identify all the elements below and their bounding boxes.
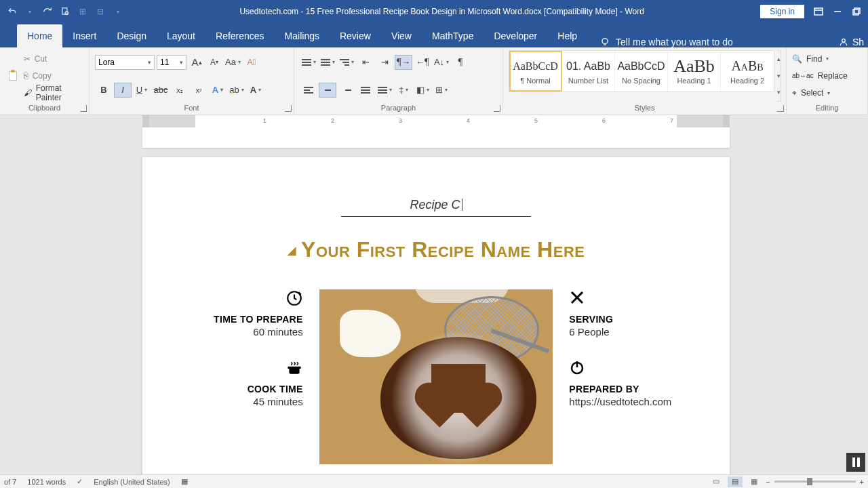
italic-button[interactable]: I <box>114 83 132 98</box>
undo-icon[interactable] <box>7 6 18 17</box>
zoom-slider[interactable] <box>774 481 856 483</box>
tab-mailings[interactable]: Mailings <box>275 24 330 47</box>
rtl-button[interactable]: ←¶ <box>414 55 431 70</box>
tab-references[interactable]: References <box>205 24 275 47</box>
line-spacing-button[interactable]: ‡ <box>395 83 412 98</box>
justify-button[interactable] <box>357 83 374 98</box>
style-no-spacing[interactable]: AaBbCcDNo Spacing <box>615 51 668 92</box>
ruler[interactable]: 1234567 <box>0 115 868 127</box>
underline-button[interactable]: U <box>133 83 151 98</box>
serving-label[interactable]: SERVING <box>569 314 675 325</box>
increase-indent-button[interactable]: ⇥ <box>376 55 393 70</box>
distributed-button[interactable] <box>376 83 393 98</box>
recipe-image[interactable] <box>319 289 553 464</box>
read-mode-button[interactable]: ▭ <box>709 476 724 487</box>
tab-review[interactable]: Review <box>330 24 381 47</box>
recipe-title[interactable]: ◢Your First Recipe Name Here <box>197 237 675 262</box>
bold-button[interactable]: B <box>95 83 113 98</box>
align-center-button[interactable] <box>319 83 336 98</box>
shading-button[interactable]: ◧ <box>414 83 431 98</box>
highlight-button[interactable]: ab <box>228 83 245 98</box>
zoom-in-button[interactable]: + <box>860 478 864 486</box>
tab-mathtype[interactable]: MathType <box>422 24 484 47</box>
select-button[interactable]: ⌖Select▾ <box>792 85 848 101</box>
qat-more-icon[interactable]: ▾ <box>113 6 123 17</box>
prep-time-label[interactable]: TIME TO PREPARE <box>197 314 303 325</box>
sign-in-button[interactable]: Sign in <box>760 5 804 18</box>
prepared-by-label[interactable]: PREPARED BY <box>569 384 675 394</box>
print-preview-icon[interactable] <box>60 6 71 17</box>
style-normal[interactable]: AaBbCcD¶ Normal <box>509 51 562 92</box>
font-launcher-icon[interactable] <box>285 105 292 112</box>
minimize-icon[interactable] <box>833 7 842 16</box>
find-button[interactable]: 🔍Find▾ <box>792 51 848 67</box>
tab-layout[interactable]: Layout <box>157 24 205 47</box>
change-case-button[interactable]: Aa <box>224 55 241 70</box>
numbering-button[interactable] <box>319 55 336 70</box>
replace-button[interactable]: ab↔acReplace <box>792 68 848 84</box>
tab-developer[interactable]: Developer <box>484 24 547 47</box>
align-left-button[interactable] <box>300 83 317 98</box>
qat-icon-2[interactable]: ⊟ <box>95 6 106 17</box>
tab-help[interactable]: Help <box>547 24 587 47</box>
show-marks-button[interactable]: ¶ <box>452 55 469 70</box>
sort-button[interactable]: A↓ <box>433 55 450 70</box>
multilevel-button[interactable] <box>338 55 355 70</box>
tab-design[interactable]: Design <box>106 24 157 47</box>
collapse-marker-icon[interactable]: ◢ <box>288 245 296 256</box>
tab-insert[interactable]: Insert <box>62 24 106 47</box>
ltr-button[interactable]: ¶→ <box>395 55 412 70</box>
macro-icon[interactable]: ▦ <box>181 477 188 486</box>
paste-button[interactable] <box>5 50 21 102</box>
tab-home[interactable]: Home <box>17 24 62 47</box>
format-painter-button[interactable]: 🖌Format Painter <box>24 85 83 101</box>
language-indicator[interactable]: English (United States) <box>94 478 170 486</box>
paragraph-launcher-icon[interactable] <box>494 105 500 112</box>
superscript-button[interactable]: x <box>190 83 208 98</box>
styles-launcher-icon[interactable] <box>777 105 784 112</box>
recipe-category[interactable]: Recipe C <box>197 198 675 212</box>
align-right-button[interactable] <box>338 83 355 98</box>
page[interactable]: Recipe C ◢Your First Recipe Name Here TI… <box>142 157 730 474</box>
web-layout-button[interactable]: ▦ <box>747 476 762 487</box>
print-layout-button[interactable]: ▤ <box>728 476 743 487</box>
share-icon[interactable] <box>839 37 848 47</box>
cut-button[interactable]: ✂Cut <box>24 51 83 67</box>
bullets-button[interactable] <box>300 55 317 70</box>
font-size-select[interactable]: 11▾ <box>157 55 186 70</box>
spellcheck-icon[interactable]: ✓ <box>77 477 83 486</box>
style-heading-1[interactable]: AaBbHeading 1 <box>668 51 721 92</box>
word-count[interactable]: 1021 words <box>27 478 66 486</box>
prepared-by-value[interactable]: https://usedtotech.com <box>569 396 675 407</box>
clipboard-launcher-icon[interactable] <box>80 105 87 112</box>
document-area[interactable]: Recipe C ◢Your First Recipe Name Here TI… <box>0 127 868 474</box>
text-effects-button[interactable]: A <box>209 83 226 98</box>
borders-button[interactable]: ⊞ <box>433 83 450 98</box>
strikethrough-button[interactable]: abc <box>152 83 170 98</box>
cook-time-value[interactable]: 45 minutes <box>197 396 303 407</box>
ribbon-options-icon[interactable] <box>814 7 823 16</box>
style-heading-2[interactable]: AaBbHeading 2 <box>721 51 774 92</box>
cook-time-label[interactable]: COOK TIME <box>197 384 303 394</box>
prep-time-value[interactable]: 60 minutes <box>197 326 303 338</box>
styles-scroll[interactable]: ▴▾▾ <box>777 50 781 102</box>
qat-icon[interactable]: ⊞ <box>77 6 88 17</box>
subscript-button[interactable]: x <box>171 83 189 98</box>
clear-formatting-button[interactable]: A⃠ <box>244 55 259 70</box>
styles-gallery[interactable]: AaBbCcD¶ Normal 01. AaBbNumber List AaBb… <box>509 50 774 92</box>
copy-button[interactable]: ⎘Copy <box>24 68 83 84</box>
decrease-indent-button[interactable]: ⇤ <box>357 55 374 70</box>
tab-view[interactable]: View <box>381 24 422 47</box>
font-color-button[interactable]: A <box>247 83 264 98</box>
tell-me-search[interactable]: Tell me what you want to do <box>599 37 733 47</box>
grow-font-button[interactable]: A▴ <box>189 55 204 70</box>
undo-more-icon[interactable]: ▾ <box>24 6 35 17</box>
share-label[interactable]: Sh <box>852 37 864 47</box>
file-tab[interactable] <box>0 34 17 47</box>
pause-overlay-button[interactable] <box>846 453 865 472</box>
style-number-list[interactable]: 01. AaBbNumber List <box>562 51 615 92</box>
shrink-font-button[interactable]: A▾ <box>207 55 222 70</box>
font-name-select[interactable]: Lora▾ <box>95 55 155 70</box>
maximize-icon[interactable] <box>852 7 861 16</box>
zoom-out-button[interactable]: − <box>766 478 770 486</box>
